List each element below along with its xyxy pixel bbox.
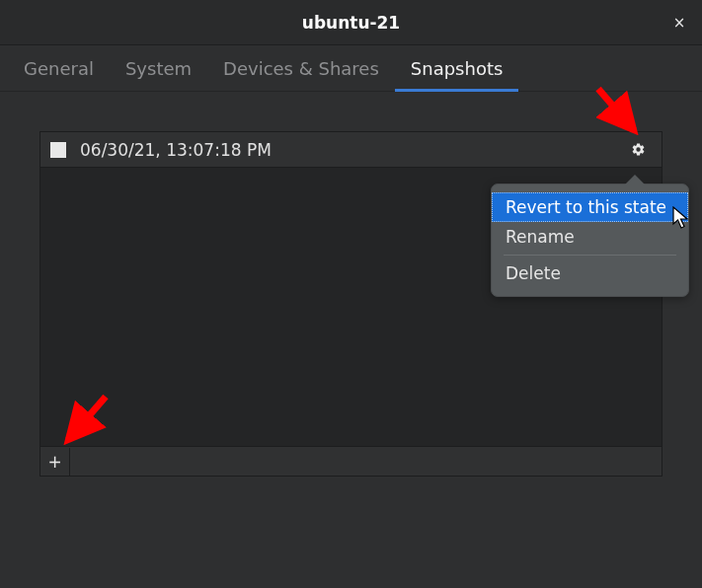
- tab-devices-shares[interactable]: Devices & Shares: [207, 45, 395, 92]
- gear-icon: [631, 142, 646, 157]
- snapshot-timestamp: 06/30/21, 13:07:18 PM: [80, 140, 610, 160]
- plus-icon: +: [47, 452, 61, 472]
- snapshot-row[interactable]: 06/30/21, 13:07:18 PM: [40, 132, 662, 168]
- menu-item-delete[interactable]: Delete: [492, 258, 688, 288]
- window-title: ubuntu-21: [302, 13, 400, 33]
- menu-item-revert[interactable]: Revert to this state: [492, 192, 688, 222]
- tab-general[interactable]: General: [8, 45, 110, 92]
- close-icon: ×: [673, 14, 686, 32]
- snapshot-thumbnail-icon: [50, 142, 66, 158]
- snapshot-toolbar: +: [40, 446, 662, 476]
- window-titlebar: ubuntu-21 ×: [0, 0, 702, 45]
- menu-separator: [504, 255, 676, 256]
- tab-snapshots[interactable]: Snapshots: [395, 45, 519, 92]
- close-button[interactable]: ×: [668, 12, 690, 34]
- menu-item-rename[interactable]: Rename: [492, 222, 688, 252]
- add-snapshot-button[interactable]: +: [40, 448, 70, 476]
- snapshot-settings-button[interactable]: [624, 136, 652, 164]
- tab-bar: General System Devices & Shares Snapshot…: [0, 45, 702, 92]
- context-menu: Revert to this state Rename Delete: [491, 184, 689, 297]
- tab-system[interactable]: System: [110, 45, 207, 92]
